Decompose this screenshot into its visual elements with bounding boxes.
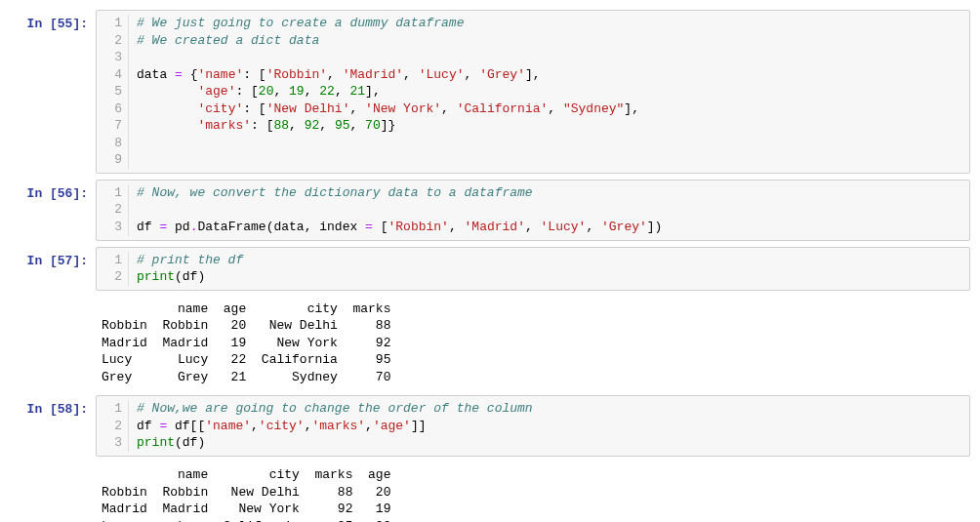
- line-number: 1: [97, 252, 122, 269]
- output-cell: name age city marks Robbin Robbin 20 New…: [10, 297, 970, 390]
- line-number: 5: [97, 83, 122, 100]
- cell-prompt: In [58]:: [10, 395, 96, 419]
- code-content[interactable]: # Now,we are going to change the order o…: [129, 400, 969, 452]
- line-number-gutter: 123: [97, 400, 129, 452]
- cell-prompt: In [57]:: [10, 247, 96, 270]
- code-cell: In [57]:12# print the df print(df): [10, 247, 970, 291]
- cell-prompt: [10, 462, 96, 468]
- line-number: 9: [97, 151, 122, 169]
- input-area[interactable]: 123# Now,we are going to change the orde…: [96, 395, 970, 457]
- code-cell: In [55]:123456789# We just going to crea…: [10, 10, 970, 174]
- line-number: 2: [97, 32, 122, 50]
- code-cell: In [56]:123# Now, we convert the diction…: [10, 180, 970, 241]
- line-number: 2: [97, 201, 122, 219]
- line-number: 3: [97, 49, 122, 66]
- line-number: 2: [97, 418, 122, 435]
- code-content[interactable]: # We just going to create a dummy datafr…: [129, 15, 969, 169]
- line-number: 1: [97, 184, 122, 202]
- line-number: 3: [97, 434, 122, 452]
- line-number: 3: [97, 219, 122, 236]
- line-number: 6: [97, 100, 122, 118]
- line-number-gutter: 123456789: [97, 15, 129, 169]
- line-number: 4: [97, 66, 122, 84]
- line-number: 2: [97, 268, 122, 286]
- code-cell: In [58]:123# Now,we are going to change …: [10, 395, 970, 457]
- line-number: 7: [97, 117, 122, 135]
- line-number: 1: [97, 400, 122, 418]
- output-cell: name city marks age Robbin Robbin New De…: [10, 462, 970, 522]
- input-area[interactable]: 123456789# We just going to create a dum…: [96, 10, 970, 174]
- line-number-gutter: 12: [97, 252, 129, 286]
- notebook-container: In [55]:123456789# We just going to crea…: [10, 10, 970, 522]
- line-number-gutter: 123: [97, 184, 129, 236]
- line-number: 8: [97, 135, 122, 152]
- cell-prompt: In [56]:: [10, 180, 96, 203]
- code-content[interactable]: # print the df print(df): [129, 252, 969, 286]
- code-content[interactable]: # Now, we convert the dictionary data to…: [129, 184, 969, 236]
- cell-prompt: In [55]:: [10, 10, 96, 33]
- input-area[interactable]: 12# print the df print(df): [96, 247, 970, 291]
- output-text: name age city marks Robbin Robbin 20 New…: [96, 297, 970, 390]
- input-area[interactable]: 123# Now, we convert the dictionary data…: [96, 180, 970, 241]
- output-text: name city marks age Robbin Robbin New De…: [96, 462, 970, 522]
- cell-prompt: [10, 297, 96, 302]
- line-number: 1: [97, 15, 122, 32]
